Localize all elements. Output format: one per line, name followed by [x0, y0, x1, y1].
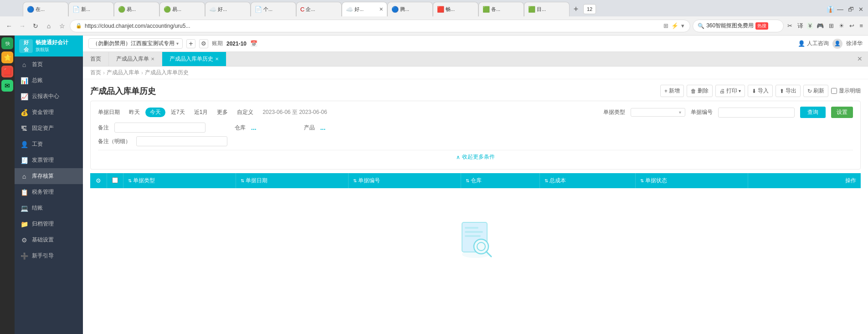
checkbox-col-header[interactable]	[107, 173, 123, 188]
voucher-date-col-header[interactable]: ⇅ 单据日期	[236, 173, 348, 188]
breadcrumb-home[interactable]: 首页	[90, 69, 101, 77]
page-tab-home[interactable]: 首页	[83, 52, 109, 66]
sidebar-item-tax[interactable]: 📋 税务管理	[15, 184, 83, 200]
list-tab-close-icon[interactable]: ✕	[151, 57, 154, 62]
more-date-button[interactable]: 更多	[213, 108, 231, 117]
sidebar-item-salary[interactable]: 👤 工资	[15, 136, 83, 152]
settings-col-header[interactable]: ⚙	[90, 173, 107, 188]
more-toolbar[interactable]: ≡	[858, 22, 864, 29]
currency-toolbar[interactable]: ¥	[807, 22, 813, 29]
tab-item[interactable]: 🟩各...	[478, 2, 524, 16]
import-button[interactable]: ⬇ 导入	[748, 85, 773, 97]
user-avatar[interactable]: 👤	[832, 39, 842, 49]
sun-toolbar[interactable]: ☀	[837, 22, 846, 29]
breadcrumb-list[interactable]: 产成品入库单	[107, 69, 139, 77]
sidebar-item-invoice[interactable]: 🧾 发票管理	[15, 152, 83, 168]
sidebar-item-settings[interactable]: ⚙ 基础设置	[15, 232, 83, 248]
gamepad-toolbar[interactable]: 🎮	[815, 22, 825, 29]
product-ellipsis[interactable]: ...	[320, 124, 326, 131]
show-detail-checkbox[interactable]	[831, 88, 837, 94]
sidebar-item-cloud-report[interactable]: 📈 云报表中心	[15, 88, 83, 104]
yesterday-button[interactable]: 昨天	[125, 108, 144, 117]
tab-new-button[interactable]: +	[570, 3, 582, 15]
dropdown-icon[interactable]: ▾	[681, 22, 684, 29]
voucher-no-input[interactable]	[718, 108, 795, 118]
sidebar-item-archive[interactable]: 📁 归档管理	[15, 216, 83, 232]
tab-item[interactable]: 🟢易...	[114, 2, 159, 16]
panel-close-button[interactable]: ✕	[852, 52, 868, 66]
tab-item[interactable]: 🟥畅...	[433, 2, 478, 16]
company-selector[interactable]: （勿删勿禁用）江西服宝测试专用 ▾	[88, 38, 183, 49]
app-icon-chanjet[interactable]: 快	[1, 37, 13, 49]
today-button[interactable]: 今天	[145, 108, 165, 117]
company-settings-button[interactable]: ⚙	[199, 39, 208, 48]
tab-item[interactable]: 🟩目...	[524, 2, 570, 16]
home-button[interactable]: ⌂	[43, 21, 54, 31]
voucher-type-select[interactable]: ▾	[631, 108, 685, 117]
voucher-type-col-header[interactable]: ⇅ 单据类型	[123, 173, 236, 188]
status-col-header[interactable]: ⇅ 单据状态	[636, 173, 748, 188]
collapse-filter-button[interactable]: ∧ 收起更多条件	[98, 150, 853, 164]
translate-toolbar[interactable]: 译	[796, 22, 805, 30]
tab-item[interactable]: 📄新...	[68, 2, 114, 16]
tab-item[interactable]: ☁️好...	[205, 2, 251, 16]
home-tab-label: 首页	[90, 55, 101, 63]
bookmark-button[interactable]: ☆	[56, 21, 67, 31]
sidebar-item-ledger[interactable]: 📊 总账	[15, 72, 83, 88]
sidebar-header[interactable]: 好会 畅捷通好会计 旗舰版	[15, 36, 83, 57]
voucher-no-col-header[interactable]: ⇅ 单据编号	[348, 173, 461, 188]
tab-item[interactable]: 🟢易...	[159, 2, 205, 16]
warehouse-col-header[interactable]: ⇅ 仓库	[461, 173, 540, 188]
show-detail-checkbox-label[interactable]: 显示明细	[831, 87, 861, 95]
close-button[interactable]: ✕	[857, 6, 865, 13]
username[interactable]: 徐泽华	[846, 40, 863, 47]
minimize-button[interactable]: —	[835, 5, 845, 13]
tab-item[interactable]: 🔵腾...	[387, 2, 433, 16]
app-icon-star[interactable]: ⭐	[1, 51, 13, 63]
url-input[interactable]: 🔒 https://cloud.chanjet.com/accounting/u…	[70, 20, 690, 32]
note-input[interactable]	[114, 123, 205, 133]
delete-button[interactable]: 🗑 删除	[687, 85, 713, 97]
grid-toolbar[interactable]: ⊞	[827, 22, 835, 29]
note-detail-input[interactable]	[136, 136, 227, 146]
print-button[interactable]: 🖨 打印 ▾	[715, 85, 745, 97]
tab-item-active[interactable]: ☁️好... ✕	[342, 2, 387, 16]
search-button[interactable]: 查询	[800, 107, 826, 118]
history-tab-close-icon[interactable]: ✕	[215, 57, 219, 62]
sidebar-item-inventory[interactable]: ⌂ 库存核算	[15, 168, 83, 184]
undo-toolbar[interactable]: ↩	[848, 22, 856, 29]
filter-row-date: 单据日期 昨天 今天 近7天 近1月 更多 自定义 2023-06-06 至 2…	[98, 107, 853, 118]
page-tab-list[interactable]: 产成品入库单 ✕	[109, 52, 162, 66]
tab-item[interactable]: 🔵在...	[23, 2, 68, 16]
sidebar-item-fund[interactable]: 💰 资金管理	[15, 104, 83, 120]
sidebar-item-checkout[interactable]: 💻 结账	[15, 200, 83, 216]
add-button[interactable]: + 新增	[660, 85, 684, 97]
custom-date-button[interactable]: 自定义	[233, 108, 257, 117]
scissors-toolbar[interactable]: ✂	[786, 22, 794, 29]
refresh-page-button[interactable]: ↻ 刷新	[803, 85, 828, 97]
tab-item[interactable]: 📄个...	[251, 2, 296, 16]
search-box[interactable]: 🔍 360智能抠图免费用 热搜	[693, 20, 784, 32]
settings-small-button[interactable]: 设置	[831, 107, 853, 118]
service-button[interactable]: 👤 人工咨询	[798, 40, 829, 47]
tab-close-icon[interactable]: ✕	[379, 6, 383, 12]
restore-button[interactable]: 🗗	[846, 6, 856, 13]
total-cost-col-header[interactable]: ⇅ 总成本	[540, 173, 636, 188]
add-company-button[interactable]: +	[186, 39, 195, 48]
refresh-button[interactable]: ↻	[30, 21, 41, 31]
app-icon-mail[interactable]: ✉	[1, 80, 13, 92]
select-all-checkbox[interactable]	[112, 177, 118, 183]
tab-item[interactable]: C企...	[296, 2, 342, 16]
forward-button[interactable]: →	[17, 21, 28, 31]
sidebar-item-home[interactable]: ⌂ 首页	[15, 57, 83, 72]
app-icon-weibo[interactable]: 🟥	[1, 66, 13, 77]
back-button[interactable]: ←	[4, 21, 15, 31]
warehouse-ellipsis[interactable]: ...	[251, 124, 257, 131]
7days-button[interactable]: 近7天	[167, 108, 189, 117]
1month-button[interactable]: 近1月	[190, 108, 212, 117]
page-tab-history[interactable]: 产成品入库单历史 ✕	[162, 52, 226, 66]
calendar-icon[interactable]: 📅	[250, 40, 257, 47]
export-button[interactable]: ⬆ 导出	[776, 85, 801, 97]
sidebar-item-guide[interactable]: ➕ 新手引导	[15, 248, 83, 264]
sidebar-item-fixed-assets[interactable]: 🏗 固定资产	[15, 120, 83, 136]
